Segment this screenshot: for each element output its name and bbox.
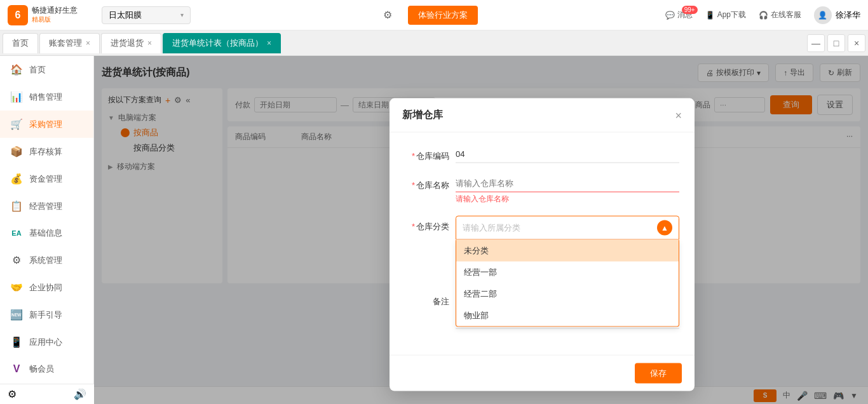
home-icon: 🏠 (10, 64, 23, 76)
headset-icon: 🎧 (759, 11, 768, 20)
settings-icon-bottom[interactable]: ⚙ (8, 388, 17, 400)
user-area[interactable]: 👤 徐泽华 (814, 6, 860, 24)
sidebar-item-enterprise-label: 企业协同 (29, 282, 62, 293)
tab-controls: — □ × (807, 34, 865, 52)
sidebar-item-inventory[interactable]: 📦 库存核算 (0, 138, 93, 165)
trial-button[interactable]: 体验行业方案 (408, 6, 478, 25)
sidebar-item-vip-label: 畅会员 (29, 363, 54, 375)
content-area: 进货单统计(按商品) 🖨 按模板打印 ▾ ↑ 导出 ↻ 刷新 (94, 56, 868, 404)
sidebar-item-guide-label: 新手引导 (29, 309, 62, 321)
message-badge: 99+ (682, 6, 698, 14)
app-download-button[interactable]: 📱 App下载 (705, 10, 746, 20)
sidebar-item-purchase-label: 采购管理 (29, 119, 62, 130)
main-layout: 🏠 首页 📊 销售管理 🛒 采购管理 📦 库存核算 💰 资金管理 📋 经营管理 … (0, 56, 868, 404)
warehouse-code-row: *仓库编码 (405, 145, 679, 163)
sidebar-item-vip[interactable]: V 畅会员 (0, 356, 93, 382)
tab-home-label: 首页 (12, 37, 29, 49)
sidebar-item-purchase[interactable]: 🛒 采购管理 (0, 111, 93, 138)
sidebar-item-home-label: 首页 (29, 64, 46, 76)
app-center-icon: 📱 (10, 336, 23, 348)
warehouse-note-label: 备注 (405, 291, 456, 307)
message-button[interactable]: 💬 消息 99+ (665, 10, 693, 20)
warehouse-category-label: *仓库分类 (405, 216, 456, 232)
dialog-close-button[interactable]: × (675, 109, 682, 121)
sidebar-item-enterprise[interactable]: 🤝 企业协同 (0, 274, 93, 301)
logo-area: 6 畅捷通好生意 精易版 (8, 5, 102, 25)
dialog-footer: 保存 (390, 355, 695, 391)
inventory-icon: 📦 (10, 145, 23, 158)
tab-purchase-stats[interactable]: 进货单统计表（按商品） × (163, 33, 281, 53)
logo-sub: 精易版 (32, 15, 78, 24)
tab-purchase-stats-label: 进货单统计表（按商品） (172, 37, 263, 49)
sidebar-item-finance[interactable]: 💰 资金管理 (0, 165, 93, 192)
sidebar-item-app-center-label: 应用中心 (29, 337, 62, 348)
online-service-button[interactable]: 🎧 在线客服 (759, 10, 801, 20)
dropdown-item-dept1[interactable]: 经营一部 (456, 262, 679, 283)
warehouse-code-field (456, 145, 679, 163)
tab-close-all-button[interactable]: × (848, 34, 865, 52)
tab-maximize-button[interactable]: □ (827, 34, 845, 52)
tab-purchase-return-label: 进货退货 (111, 37, 144, 49)
dropdown-item-dept2[interactable]: 经营二部 (456, 283, 679, 305)
tab-minimize-button[interactable]: — (807, 34, 825, 52)
operations-icon: 📋 (10, 200, 23, 212)
header-actions: ⚙ 体验行业方案 (377, 5, 478, 25)
up-arrow-icon: ▲ (661, 224, 668, 232)
sidebar-bottom: ⚙ 🔊 (0, 384, 94, 404)
dropdown-item-uncategorized[interactable]: 未分类 (456, 240, 679, 262)
warehouse-name-error: 请输入仓库名称 (456, 194, 679, 205)
user-avatar: 👤 (814, 6, 832, 24)
warehouse-code-input[interactable] (456, 145, 679, 163)
tab-account[interactable]: 账套管理 × (39, 33, 100, 53)
category-dropdown: 未分类 经营一部 经营二部 物业部 (456, 240, 679, 327)
tab-account-close[interactable]: × (86, 39, 90, 48)
tab-purchase-return[interactable]: 进货退货 × (101, 33, 161, 53)
sidebar-item-home[interactable]: 🏠 首页 (0, 56, 93, 83)
store-selector[interactable]: 日太阳膜 ▾ (102, 6, 191, 24)
basic-info-icon: EA (10, 229, 23, 237)
sidebar-item-app-center[interactable]: 📱 应用中心 (0, 328, 93, 356)
chevron-down-icon: ▾ (180, 11, 184, 18)
category-placeholder: 请输入所属分类 (463, 222, 520, 234)
warehouse-category-row: *仓库分类 请输入所属分类 ▲ 未分类 经营一部 (405, 216, 679, 240)
sidebar-item-operations-label: 经营管理 (29, 201, 62, 212)
save-button[interactable]: 保存 (635, 363, 682, 384)
sidebar-item-operations[interactable]: 📋 经营管理 (0, 192, 93, 220)
logo-text: 畅捷通好生意 (32, 6, 78, 16)
purchase-icon: 🛒 (10, 118, 23, 130)
enterprise-icon: 🤝 (10, 281, 23, 293)
dialog-title: 新增仓库 (402, 109, 443, 122)
tab-purchase-return-close[interactable]: × (147, 39, 152, 48)
service-label: 在线客服 (771, 10, 801, 20)
warehouse-code-label: *仓库编码 (405, 145, 456, 162)
warehouse-category-field: 请输入所属分类 ▲ 未分类 经营一部 经营二部 物业部 (456, 216, 679, 240)
app-label: App下载 (717, 10, 746, 20)
volume-icon[interactable]: 🔊 (74, 388, 86, 400)
sidebar-item-basic-info[interactable]: EA 基础信息 (0, 220, 93, 246)
tab-bar: 首页 账套管理 × 进货退货 × 进货单统计表（按商品） × — □ × (0, 30, 868, 56)
guide-icon: 🆕 (10, 309, 23, 321)
tab-purchase-stats-close[interactable]: × (267, 39, 271, 48)
vip-icon: V (10, 363, 23, 375)
logo-icon: 6 (8, 5, 28, 25)
sidebar-item-system-label: 系统管理 (29, 255, 62, 266)
sidebar-item-system[interactable]: ⚙ 系统管理 (0, 246, 93, 274)
warehouse-name-row: *仓库名称 请输入仓库名称 (405, 175, 679, 205)
tab-account-label: 账套管理 (49, 37, 82, 49)
sidebar-item-guide[interactable]: 🆕 新手引导 (0, 301, 93, 328)
dropdown-item-property[interactable]: 物业部 (456, 305, 679, 327)
dialog-body: *仓库编码 *仓库名称 请输入仓库名称 (390, 133, 695, 355)
category-up-arrow[interactable]: ▲ (657, 220, 672, 236)
sidebar-item-sales[interactable]: 📊 销售管理 (0, 83, 93, 111)
tab-home[interactable]: 首页 (3, 33, 38, 53)
warehouse-category-selector[interactable]: 请输入所属分类 ▲ (456, 216, 679, 240)
message-icon: 💬 (665, 11, 675, 20)
settings-button[interactable]: ⚙ (377, 5, 398, 25)
sales-icon: 📊 (10, 91, 23, 103)
sidebar-item-sales-label: 销售管理 (29, 91, 62, 103)
dialog-header: 新增仓库 × (390, 98, 695, 133)
warehouse-name-input[interactable] (456, 175, 679, 192)
system-icon: ⚙ (10, 254, 23, 266)
user-name: 徐泽华 (836, 10, 860, 21)
sidebar: 🏠 首页 📊 销售管理 🛒 采购管理 📦 库存核算 💰 资金管理 📋 经营管理 … (0, 56, 94, 404)
